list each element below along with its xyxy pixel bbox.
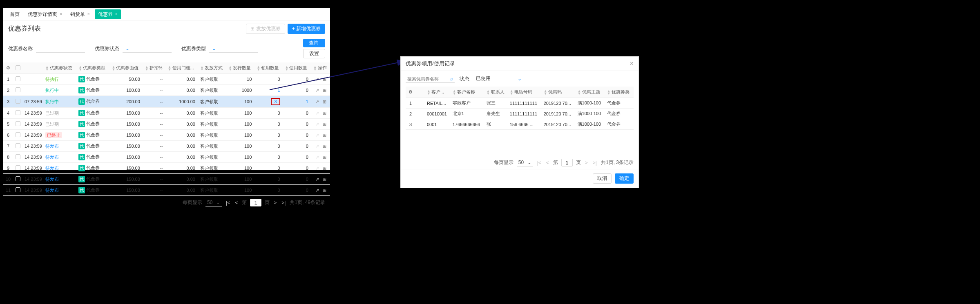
close-icon[interactable]: ×: [115, 9, 118, 19]
share-icon[interactable]: ↗: [315, 99, 319, 104]
settings-button[interactable]: 设置: [303, 49, 325, 58]
distribute-button[interactable]: ⊞ 发放优惠券: [246, 24, 285, 34]
column-header[interactable]: ▲▼联系人: [485, 87, 508, 98]
table-row[interactable]: 2 执行中 代代金券 100.00 -- 0.00 客户领取 1000 1 0 …: [3, 85, 330, 96]
column-header[interactable]: ▲▼发行数量: [227, 62, 255, 74]
table-row[interactable]: 2 00010001 北京1 唐先生 11111111111 2019120 7…: [406, 109, 634, 119]
row-checkbox[interactable]: [16, 187, 20, 192]
qrcode-icon[interactable]: ⊞: [323, 177, 326, 182]
gear-icon[interactable]: ⚙: [409, 89, 413, 94]
tab-首页[interactable]: 首页: [7, 9, 23, 19]
qrcode-icon[interactable]: ⊞: [323, 77, 326, 82]
row-checkbox[interactable]: [16, 76, 20, 81]
table-row[interactable]: 3 0001 17666666666 张 156 6666 ... 201912…: [406, 119, 634, 130]
last-page-icon[interactable]: >|: [281, 200, 286, 206]
qrcode-icon[interactable]: ⊞: [323, 88, 326, 93]
page-title: 优惠券列表: [8, 24, 41, 33]
column-header[interactable]: ▲▼优惠主题: [576, 87, 605, 98]
next-page-icon[interactable]: >: [273, 200, 277, 206]
row-checkbox[interactable]: [16, 143, 20, 148]
column-header[interactable]: ▲▼电话号码: [508, 87, 542, 98]
search-button[interactable]: 查询: [303, 39, 325, 47]
column-header[interactable]: ▲▼领用数量: [255, 62, 283, 74]
column-header[interactable]: ▲▼优惠券类型: [77, 62, 110, 74]
add-coupon-button[interactable]: + 新增优惠券: [288, 24, 325, 34]
close-icon[interactable]: ×: [87, 9, 90, 19]
table-row[interactable]: 9 14 23:59 待发布 代代金券 150.00 -- 0.00 客户领取 …: [3, 163, 330, 174]
qrcode-icon[interactable]: ⊞: [323, 166, 326, 171]
share-icon: ↗: [315, 122, 319, 127]
row-checkbox[interactable]: [16, 99, 20, 104]
table-row[interactable]: 6 14 23:59 已终止 代代金券 150.00 -- 0.00 客户领取 …: [3, 130, 330, 141]
row-checkbox[interactable]: [16, 110, 20, 115]
share-icon: ↗: [315, 111, 319, 116]
column-header[interactable]: ▲▼优惠码: [542, 87, 576, 98]
qrcode-icon[interactable]: ⊞: [323, 155, 326, 160]
tab-bar: 首页优惠券详情页×销货单×优惠券×: [3, 8, 330, 20]
row-checkbox[interactable]: [16, 132, 20, 137]
share-icon[interactable]: ↗: [315, 77, 319, 82]
share-icon[interactable]: ↗: [315, 88, 319, 93]
modal-search-box[interactable]: ⌕: [406, 75, 455, 83]
column-header[interactable]: ▲▼客户...: [425, 87, 451, 98]
gear-icon[interactable]: ⚙: [6, 65, 10, 70]
close-icon[interactable]: ×: [60, 9, 62, 19]
next-page-icon[interactable]: >: [584, 160, 589, 166]
column-header[interactable]: ▲▼发放方式: [199, 62, 227, 74]
column-header[interactable]: ▲▼操作: [312, 62, 330, 74]
first-page-icon[interactable]: |<: [225, 200, 231, 206]
table-row[interactable]: 10 14 23:59 待发布 代代金券 150.00 -- 0.00 客户领取…: [3, 174, 330, 185]
confirm-button[interactable]: 确定: [615, 173, 634, 184]
claim-count-link[interactable]: 3: [271, 98, 280, 105]
table-row[interactable]: 5 14 23:59 已过期 代代金券 150.00 -- 0.00 客户领取 …: [3, 119, 330, 130]
close-icon[interactable]: ×: [630, 60, 634, 67]
tab-优惠券详情页[interactable]: 优惠券详情页×: [25, 9, 65, 19]
column-header[interactable]: ▲▼使用门槛...: [166, 62, 199, 74]
table-row[interactable]: 3 07 23:59 执行中 代代金券 200.00 -- 1000.00 客户…: [3, 96, 330, 108]
chevron-down-icon: ⌄: [527, 160, 531, 165]
claim-count-link[interactable]: 1: [277, 88, 280, 93]
modal-page-input[interactable]: [561, 159, 573, 166]
column-header[interactable]: ▲▼优惠券状态: [44, 62, 77, 74]
tab-优惠券[interactable]: 优惠券×: [95, 9, 121, 19]
qrcode-icon[interactable]: ⊞: [323, 188, 326, 193]
use-count-link[interactable]: 1: [306, 99, 308, 104]
status-select[interactable]: ⌄: [123, 45, 172, 53]
last-page-icon[interactable]: >|: [592, 160, 598, 166]
cancel-button[interactable]: 取消: [593, 173, 612, 184]
qrcode-icon[interactable]: ⊞: [323, 122, 326, 127]
table-row[interactable]: 8 14 23:59 待发布 代代金券 150.00 -- 0.00 客户领取 …: [3, 152, 330, 163]
table-row[interactable]: 1 待执行 代代金券 50.00 -- 0.00 客户领取 10 0 0 ↗ ⊞: [3, 74, 330, 85]
modal-search-input[interactable]: [407, 76, 450, 81]
table-row[interactable]: 4 14 23:59 已过期 代代金券 150.00 -- 0.00 客户领取 …: [3, 108, 330, 119]
modal-status-select[interactable]: 已使用 ⌄: [474, 74, 523, 83]
row-checkbox[interactable]: [16, 176, 20, 181]
select-all-checkbox[interactable]: [16, 65, 20, 70]
table-row[interactable]: 1 RETAIL... 零散客户 张三 11111111111 2019120 …: [406, 98, 634, 109]
table-row[interactable]: 11 14 23:59 待发布 代代金券 150.00 -- 0.00 客户领取…: [3, 185, 330, 196]
tab-销货单[interactable]: 销货单×: [67, 9, 93, 19]
row-checkbox[interactable]: [16, 121, 20, 126]
row-checkbox[interactable]: [16, 165, 20, 170]
table-row[interactable]: 7 14 23:59 待发布 代代金券 150.00 -- 0.00 客户领取 …: [3, 141, 330, 152]
qrcode-icon[interactable]: ⊞: [323, 133, 326, 138]
first-page-icon[interactable]: |<: [536, 160, 542, 166]
qrcode-icon[interactable]: ⊞: [323, 111, 326, 116]
modal-page-size-select[interactable]: 50 ⌄: [517, 159, 533, 166]
prev-page-icon[interactable]: <: [545, 160, 550, 166]
page-size-select[interactable]: 50 ⌄: [205, 199, 222, 206]
column-header[interactable]: ▲▼使用数量: [284, 62, 312, 74]
column-header[interactable]: ▲▼折扣%: [143, 62, 166, 74]
prev-page-icon[interactable]: <: [234, 200, 239, 206]
page-input[interactable]: [250, 199, 261, 206]
column-header[interactable]: ▲▼优惠券类: [605, 87, 634, 98]
name-input[interactable]: [36, 45, 85, 53]
type-select[interactable]: ⌄: [209, 45, 258, 53]
status-badge: 待发布: [45, 188, 59, 193]
column-header[interactable]: ▲▼客户名称: [451, 87, 485, 98]
column-header[interactable]: ▲▼优惠券面值: [110, 62, 143, 74]
qrcode-icon[interactable]: ⊞: [323, 99, 326, 104]
row-checkbox[interactable]: [16, 87, 20, 92]
row-checkbox[interactable]: [16, 154, 20, 159]
qrcode-icon[interactable]: ⊞: [323, 144, 326, 149]
